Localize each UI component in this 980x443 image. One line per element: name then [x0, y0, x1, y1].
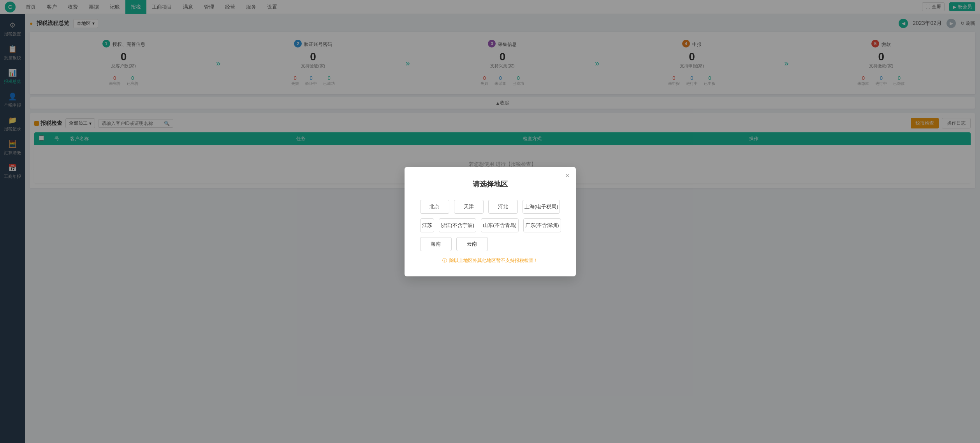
- region-empty-1: [493, 237, 524, 251]
- region-shandong[interactable]: 山东(不含青岛): [481, 218, 519, 232]
- region-tianjin[interactable]: 天津: [454, 200, 484, 214]
- region-hebei[interactable]: 河北: [488, 200, 518, 214]
- region-guangdong[interactable]: 广东(不含深圳): [523, 218, 561, 232]
- modal-title: 请选择地区: [420, 179, 560, 189]
- region-yunnan[interactable]: 云南: [456, 237, 488, 251]
- region-jiangsu[interactable]: 江苏: [420, 218, 434, 232]
- region-empty-2: [529, 237, 560, 251]
- region-zhejiang[interactable]: 浙江(不含宁波): [439, 218, 477, 232]
- region-modal: × 请选择地区 北京 天津 河北 上海(电子税局) 江苏 浙江(不含宁波) 山东…: [405, 167, 576, 276]
- region-hainan[interactable]: 海南: [420, 237, 452, 251]
- region-row-1: 北京 天津 河北 上海(电子税局): [420, 200, 560, 214]
- warning-message: ⓘ 除以上地区外其他地区暂不支持报税检查！: [420, 257, 560, 264]
- modal-close-btn[interactable]: ×: [565, 172, 570, 180]
- region-beijing[interactable]: 北京: [420, 200, 450, 214]
- region-row-3: 海南 云南: [420, 237, 560, 251]
- region-shanghai[interactable]: 上海(电子税局): [523, 200, 560, 214]
- warning-icon: ⓘ: [442, 257, 447, 264]
- region-row-2: 江苏 浙江(不含宁波) 山东(不含青岛) 广东(不含深圳): [420, 218, 560, 232]
- modal-overlay[interactable]: × 请选择地区 北京 天津 河北 上海(电子税局) 江苏 浙江(不含宁波) 山东…: [0, 0, 980, 443]
